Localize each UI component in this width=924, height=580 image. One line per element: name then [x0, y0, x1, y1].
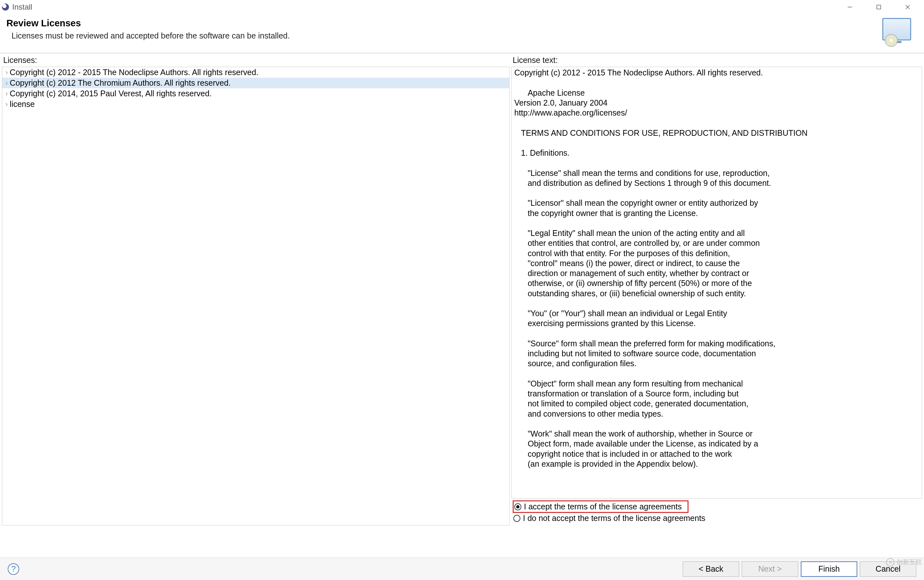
chevron-right-icon: › — [5, 89, 8, 98]
licenses-list[interactable]: ›Copyright (c) 2012 - 2015 The Nodeclips… — [2, 67, 510, 526]
chevron-right-icon: › — [5, 79, 8, 87]
back-button[interactable]: < Back — [683, 561, 739, 577]
wizard-footer: ? < Back Next > Finish Cancel — [0, 557, 924, 580]
watermark-icon: ✕ — [886, 558, 894, 567]
license-item[interactable]: ›Copyright (c) 2012 The Chromium Authors… — [2, 77, 509, 88]
licenses-label: Licenses: — [2, 54, 510, 67]
license-item-label: Copyright (c) 2012 The Chromium Authors.… — [10, 78, 231, 87]
svg-rect-1 — [877, 5, 881, 9]
license-text-label: License text: — [511, 54, 922, 67]
license-text-pane: License text: Copyright (c) 2012 - 2015 … — [511, 54, 922, 526]
page-title: Review Licenses — [7, 18, 876, 28]
page-subtitle: Licenses must be reviewed and accepted b… — [7, 31, 876, 40]
license-item-label: Copyright (c) 2014, 2015 Paul Verest, Al… — [10, 89, 212, 98]
license-item-label: license — [10, 99, 35, 109]
next-button: Next > — [742, 561, 798, 577]
eclipse-icon — [2, 3, 9, 11]
titlebar: Install — [0, 0, 924, 14]
window-title: Install — [12, 3, 33, 12]
install-icon — [876, 18, 911, 47]
radio-reject[interactable]: I do not accept the terms of the license… — [513, 513, 921, 524]
maximize-button[interactable] — [864, 0, 893, 14]
license-item-label: Copyright (c) 2012 - 2015 The Nodeclipse… — [10, 68, 258, 77]
license-radio-group: I accept the terms of the license agreem… — [511, 498, 922, 526]
license-item[interactable]: ›Copyright (c) 2012 - 2015 The Nodeclips… — [2, 67, 509, 77]
license-item[interactable]: ›Copyright (c) 2014, 2015 Paul Verest, A… — [2, 88, 509, 99]
radio-accept[interactable]: I accept the terms of the license agreem… — [513, 500, 689, 513]
wizard-header: Review Licenses Licenses must be reviewe… — [0, 14, 924, 53]
chevron-right-icon: › — [5, 68, 8, 77]
help-button[interactable]: ? — [8, 563, 19, 575]
license-text-area[interactable]: Copyright (c) 2012 - 2015 The Nodeclipse… — [511, 67, 922, 498]
radio-icon — [513, 515, 520, 522]
content-area: Licenses: ›Copyright (c) 2012 - 2015 The… — [0, 54, 924, 526]
minimize-button[interactable] — [835, 0, 864, 14]
finish-button[interactable]: Finish — [801, 561, 857, 577]
chevron-right-icon: › — [5, 100, 8, 109]
watermark-text: 创新互联 — [896, 558, 922, 567]
radio-reject-label: I do not accept the terms of the license… — [523, 514, 705, 523]
license-item[interactable]: ›license — [2, 99, 509, 109]
radio-icon — [514, 503, 521, 510]
watermark: ✕ 创新互联 — [886, 558, 922, 567]
radio-accept-label: I accept the terms of the license agreem… — [524, 502, 682, 511]
close-button[interactable] — [893, 0, 922, 14]
licenses-pane: Licenses: ›Copyright (c) 2012 - 2015 The… — [2, 54, 510, 526]
